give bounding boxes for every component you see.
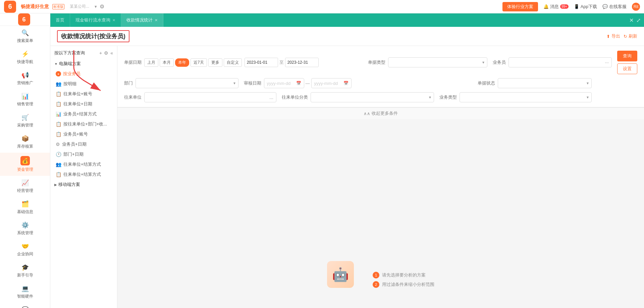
app-download-item[interactable]: 📱 App下载 [574, 4, 597, 10]
date-tab-last-month[interactable]: 上月 [144, 58, 158, 67]
edition-badge: 标准版 [52, 4, 64, 9]
empty-content: 🤖 1 请先选择要分析的方案 2 用过滤条件来缩小分析范 [327, 248, 434, 288]
sidebar-item-operations[interactable]: 📈 经营管理 [0, 176, 50, 197]
date-tab-more[interactable]: 更多 [208, 58, 222, 67]
collapse-panel-icon[interactable]: « [110, 50, 113, 56]
sidebar-item-finance[interactable]: 💰 资金管理 [0, 153, 50, 176]
date-tab-7days[interactable]: 近7天 [191, 58, 207, 67]
sidebar-item-purchase[interactable]: 🛒 采购管理 [0, 110, 50, 132]
tree-item-label: 往来单位+账号 [63, 91, 92, 97]
calendar-to-icon[interactable]: 📅 [343, 81, 348, 86]
tree-item-by-staff[interactable]: ● 按业务员 [50, 69, 117, 79]
sidebar-item-collab[interactable]: 🤝 企业协同 [0, 239, 50, 260]
user-avatar[interactable]: Rit [632, 3, 640, 11]
tree-item-detail[interactable]: 👥 按明细 [50, 79, 117, 89]
voucher-type-select[interactable]: ▾ [388, 57, 487, 67]
counterpart-type-select[interactable]: ▾ [311, 92, 434, 102]
date-tab-this-year[interactable]: 本年 [175, 58, 189, 67]
sidebar-item-guide[interactable]: 🎓 新手引导 [0, 260, 50, 281]
sidebar-logo-area[interactable]: 6 [0, 13, 50, 26]
sidebar-item-search[interactable]: 🔍 搜索菜单 [0, 26, 50, 47]
online-service-item[interactable]: 💬 在线客服 [602, 4, 627, 10]
tab-maximize-icon[interactable]: ⤢ [636, 17, 641, 23]
sidebar-item-basics[interactable]: 🗂️ 基础信息 [0, 197, 50, 218]
left-panel-header: 按以下方案查询 + ⚙ « [50, 50, 117, 59]
pc-scheme-arrow: ▼ [54, 62, 58, 66]
counterpart-type-label: 往来单位分类 [282, 94, 308, 100]
tree-item-staff-date[interactable]: ⚙ 业务员+日期 [50, 139, 117, 149]
page-header: 收款情况统计(按业务员) ⬆ 导出 ↻ 刷新 [50, 27, 644, 46]
mobile-scheme-category[interactable]: ▶ 移动端方案 [50, 179, 117, 190]
audit-date-from-input[interactable]: yyyy-mm-dd 📅 [264, 78, 304, 88]
tab-receipt-stats[interactable]: 收款情况统计 ✕ [121, 13, 163, 27]
app-logo: 6 [4, 1, 16, 13]
date-tabs: 上月 本月 本年 近7天 更多 自定义 [144, 58, 242, 67]
pc-scheme-category[interactable]: ▼ 电脑端方案 [50, 59, 117, 69]
dept-select[interactable]: ▾ [136, 78, 238, 88]
tab-close-all-icon[interactable]: ✕ [629, 17, 634, 23]
tree-item-partner-dept[interactable]: 📋 按往来单位+部门+收... [50, 119, 117, 129]
sidebar-item-label: 企业协同 [17, 251, 33, 257]
calendar-from-icon[interactable]: 📅 [296, 81, 301, 86]
date-from-input[interactable]: 2023-01-01 [245, 58, 278, 67]
gear-scheme-icon[interactable]: ⚙ [104, 50, 108, 56]
service-icon: 💬 [602, 4, 608, 9]
date-tab-custom[interactable]: 自定义 [224, 58, 242, 67]
tree-item-partner-account[interactable]: 📋 往来单位+账号 [50, 89, 117, 99]
settings-icon[interactable]: ⚙ [100, 3, 104, 10]
staff-select[interactable]: ··· [508, 57, 612, 67]
tree-item-partner-settlement1[interactable]: 👥 往来单位+结算方式 [50, 159, 117, 169]
active-dot-icon: ● [56, 71, 61, 76]
tab-bank-flow-close[interactable]: ✕ [112, 18, 115, 22]
tab-bank-flow[interactable]: 现金银行流水查询 ✕ [70, 13, 121, 27]
tree-item-partner-date[interactable]: 📋 往来单位+日期 [50, 99, 117, 109]
tree-item-dept-date[interactable]: 🕐 部门+日期 [50, 149, 117, 159]
date-to-input[interactable]: 2023-12-31 [285, 58, 319, 67]
export-icon: ⬆ [606, 34, 610, 39]
audit-date-to-input[interactable]: yyyy-mm-dd 📅 [311, 78, 352, 88]
audit-date-sep: — [306, 81, 310, 86]
tab-home[interactable]: 首页 [50, 13, 70, 27]
active-indicator: ● [58, 72, 59, 75]
export-button[interactable]: ⬆ 导出 [606, 33, 620, 39]
sidebar-item-system[interactable]: ⚙️ 系统管理 [0, 218, 50, 239]
counterpart-more-icon[interactable]: ... [269, 95, 273, 100]
sales-icon: 📊 [21, 93, 29, 100]
sidebar-item-wechat[interactable]: 💬 企业微信 [0, 303, 50, 308]
tab-receipt-stats-close[interactable]: ✕ [155, 18, 158, 22]
top-bar: 6 畅捷通好生意 标准版 某某公司... ▾ ⚙ 体验行业方案 🔔 消息 99+… [0, 0, 644, 13]
sidebar-item-shortcut[interactable]: ⚡ 快捷导航 [0, 47, 50, 68]
query-button[interactable]: 查询 [617, 51, 637, 61]
collapse-more-btn[interactable]: ∧∧ 收起更多条件 [117, 107, 644, 119]
counterpart-input[interactable]: ... [144, 92, 276, 102]
sidebar-item-sales[interactable]: 📊 销售管理 [0, 89, 50, 110]
tree-item-partner-settlement2[interactable]: 📋 往来单位+结算方式 [50, 169, 117, 179]
sidebar-item-label: 库存核算 [17, 144, 33, 149]
staff-settlement-icon: 📊 [56, 111, 61, 117]
empty-step-2: 2 用过滤条件来缩小分析范围 [373, 281, 434, 288]
sidebar-item-inventory[interactable]: 📦 库存核算 [0, 132, 50, 153]
voucher-status-select[interactable]: ▾ [498, 78, 592, 88]
business-type-select[interactable]: ▾ [460, 92, 592, 102]
main-area: 首页 现金银行流水查询 ✕ 收款情况统计 ✕ ✕ ⤢ 收款情况统计(按业务员) [50, 13, 644, 308]
add-scheme-icon[interactable]: + [99, 50, 102, 56]
partner-settlement2-icon: 📋 [56, 172, 61, 177]
sidebar-item-label: 经营管理 [17, 188, 33, 194]
sidebar-item-hardware[interactable]: 💻 智能硬件 [0, 281, 50, 303]
tree-item-staff-settlement[interactable]: 📊 业务员+结算方式 [50, 109, 117, 119]
notification-item[interactable]: 🔔 消息 99+ [543, 4, 569, 10]
dropdown-icon[interactable]: ▾ [95, 4, 97, 9]
staff-more-icon[interactable]: ··· [605, 60, 609, 65]
setting-button[interactable]: 设置 [617, 63, 637, 74]
tree-item-staff-account[interactable]: 📋 业务员+账号 [50, 129, 117, 139]
staff-label: 业务员 [493, 59, 506, 65]
trial-button[interactable]: 体验行业方案 [502, 2, 538, 11]
left-panel: 按以下方案查询 + ⚙ « ▼ 电脑端方案 ● [50, 46, 117, 308]
robot-icon: 🤖 [327, 261, 354, 288]
sidebar-item-marketing[interactable]: 📢 营销推广 [0, 68, 50, 89]
refresh-button[interactable]: ↻ 刷新 [624, 33, 637, 39]
date-tab-this-month[interactable]: 本月 [160, 58, 174, 67]
dept-date-icon: 🕐 [56, 152, 61, 157]
filter-row-1: 单据日期 上月 本月 本年 近7天 更多 自定义 [124, 51, 637, 74]
guide-icon: 🎓 [21, 264, 29, 271]
